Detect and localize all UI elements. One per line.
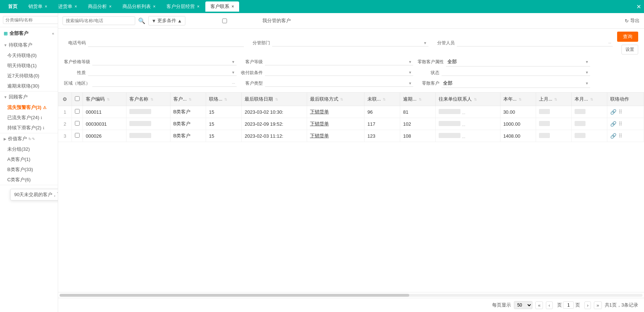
edit-icon[interactable]: ✎ — [32, 137, 35, 141]
row-contact-count: 15 — [206, 130, 241, 142]
last-method-link[interactable]: 下销货单 — [310, 109, 329, 114]
sidebar-collapse-icon[interactable]: « — [52, 31, 54, 36]
customer-level-select[interactable]: ▼ — [265, 59, 414, 65]
zero-attr-label: 零散客户属性 — [418, 59, 444, 65]
col-sort-icon9[interactable]: ⇅ — [474, 97, 477, 101]
col-sort-icon12[interactable]: ⇅ — [590, 97, 593, 101]
status-select[interactable]: ▼ — [442, 69, 590, 76]
action-more-icon[interactable]: ⠿ — [619, 109, 622, 115]
col-sort-icon8[interactable]: ⇅ — [419, 97, 422, 101]
tab-customer-segment-close[interactable]: × — [197, 4, 200, 9]
my-customers-checkbox-label[interactable]: 我分管的客户 — [188, 17, 291, 24]
select-all-checkbox[interactable] — [75, 96, 80, 101]
customer-type-select[interactable]: ▼ — [265, 80, 414, 87]
sidebar-item-b-class[interactable]: B类客户(33) — [0, 165, 58, 175]
nature-select[interactable]: ▼ — [88, 69, 237, 76]
tab-purchase[interactable]: 进货单 × — [53, 1, 82, 12]
filter-region: 区域（地区） ··· — [64, 80, 237, 87]
person-select[interactable]: ··· — [457, 40, 613, 46]
query-button[interactable]: 查询 — [617, 32, 638, 42]
last-method-link[interactable]: 下销货单 — [310, 133, 329, 138]
tab-sales[interactable]: 销货单 × — [23, 1, 52, 12]
more-conditions-button[interactable]: ▼ 更多条件 ▲ — [148, 16, 185, 25]
col-sort-icon2[interactable]: ⇅ — [150, 97, 153, 101]
tab-analysis-close[interactable]: × — [109, 4, 112, 9]
action-link-icon[interactable]: 🔗 — [610, 121, 616, 127]
column-settings-button[interactable]: ⚙ — [61, 96, 69, 103]
col-action-label: 联络动作 — [610, 96, 629, 102]
sidebar-item-overdue[interactable]: 逾期未联络(30) — [0, 81, 58, 91]
scroll-thumb[interactable] — [60, 294, 409, 297]
row-checkbox[interactable] — [75, 133, 80, 138]
search-input[interactable] — [63, 16, 135, 25]
last-method-link[interactable]: 下销货单 — [310, 121, 329, 126]
tab-analysis[interactable]: 商品分析 × — [83, 1, 117, 12]
phone-input[interactable] — [88, 39, 244, 47]
col-sort-icon10[interactable]: ⇅ — [519, 97, 522, 101]
first-page-button[interactable]: « — [535, 301, 543, 309]
tab-home[interactable]: 首页 — [3, 1, 23, 12]
horizontal-scrollbar[interactable] — [58, 292, 644, 298]
sidebar-group-value-title[interactable]: ▶ 价值客户 ↻ ✎ — [0, 133, 58, 144]
sidebar-item-tomorrow[interactable]: 明天待联络(1) — [0, 61, 58, 71]
next-page-button[interactable]: › — [584, 301, 591, 309]
zero-attr-select[interactable]: 全部 ▼ — [446, 57, 590, 66]
sidebar-item-churned[interactable]: 已流失客户(24) ℹ — [0, 113, 58, 123]
col-sort-icon[interactable]: ⇅ — [107, 97, 110, 101]
action-more-icon[interactable]: ⠿ — [619, 121, 622, 127]
tab-analysis-list[interactable]: 商品分析列表 × — [117, 1, 161, 12]
filter-payment: 收付款条件 ▼ — [241, 69, 414, 76]
row-num: 1 — [58, 106, 72, 118]
col-sort-icon6[interactable]: ⇅ — [340, 97, 343, 101]
tab-customer-contact[interactable]: 客户联系 × — [205, 1, 239, 12]
all-customers-section[interactable]: ⊞ 全部客户 « — [0, 27, 58, 40]
my-customers-checkbox[interactable] — [188, 19, 261, 23]
action-link-icon[interactable]: 🔗 — [610, 109, 616, 115]
region-label: 区域（地区） — [64, 80, 90, 86]
payment-select[interactable]: ▼ — [265, 69, 414, 76]
setting-button[interactable]: 设置 — [621, 45, 638, 54]
col-sort-icon4[interactable]: ⇅ — [224, 97, 227, 101]
search-button[interactable]: 🔍 — [138, 17, 145, 24]
row-contact-person: ... — [436, 130, 500, 142]
sidebar-search-input[interactable] — [3, 16, 58, 24]
dept-select[interactable]: ▼ — [272, 40, 428, 46]
sidebar-group-review-title[interactable]: ▼ 回顾客户 — [0, 92, 58, 102]
row-checkbox[interactable] — [75, 121, 80, 126]
refresh-icon[interactable]: ↻ — [28, 137, 31, 141]
sidebar-item-today[interactable]: 今天待联络(0) — [0, 50, 58, 61]
col-sort-icon11[interactable]: ⇅ — [554, 97, 557, 101]
action-link-icon[interactable]: 🔗 — [610, 133, 616, 139]
tab-sales-close[interactable]: × — [45, 4, 47, 9]
arrow-down-icon2: ▼ — [4, 95, 7, 99]
col-sort-icon3[interactable]: ⇅ — [189, 97, 192, 101]
row-last-date: 2023-02-03 11:12: — [242, 130, 307, 142]
sidebar-item-a-class[interactable]: A类客户(1) — [0, 154, 58, 165]
tab-purchase-close[interactable]: × — [75, 4, 77, 9]
action-more-icon[interactable]: ⠿ — [619, 133, 622, 139]
prev-page-button[interactable]: ‹ — [546, 301, 552, 309]
zero-customer-select[interactable]: 全部 ▼ — [442, 79, 590, 88]
last-page-button[interactable]: » — [594, 301, 601, 309]
sidebar-item-7days[interactable]: 近7天待联络(0) — [0, 71, 58, 81]
col-sort-icon7[interactable]: ⇅ — [383, 97, 386, 101]
filter-row-3: 性质 ▼ 收付款条件 ▼ 状态 — [64, 69, 638, 76]
sidebar-item-churn-warning[interactable]: 流失预警客户(3) ⚠ — [0, 102, 58, 113]
sidebar-group-pending-title[interactable]: ▼ 待联络客户 — [0, 40, 58, 50]
sidebar-item-c-class[interactable]: C类客户(6) — [0, 175, 58, 185]
sidebar: 🔍 ⊞ 全部客户 « ▼ 待联络客户 今天待联络(0) 明天待联络(1) 近7天… — [0, 13, 58, 312]
price-level-select[interactable]: ▼ — [92, 59, 237, 65]
sidebar-item-ungrouped[interactable]: 未分组(32) — [0, 144, 58, 154]
chevron-down-icon7: ▼ — [408, 70, 412, 74]
tab-analysis-list-close[interactable]: × — [153, 4, 156, 9]
row-checkbox[interactable] — [75, 109, 80, 114]
close-all-tabs[interactable]: ✕ — [636, 3, 641, 10]
export-button[interactable]: ↻ 导出 — [625, 17, 640, 24]
region-select[interactable]: ··· — [92, 80, 237, 87]
sidebar-item-declining[interactable]: 持续下滑客户(2) ℹ — [0, 123, 58, 133]
col-sort-icon5[interactable]: ⇅ — [275, 97, 278, 101]
per-page-select[interactable]: 50 100 200 — [514, 301, 532, 309]
tab-customer-segment[interactable]: 客户分层经营 × — [161, 1, 205, 12]
tab-customer-contact-close[interactable]: × — [232, 4, 234, 9]
page-input[interactable] — [563, 301, 574, 309]
